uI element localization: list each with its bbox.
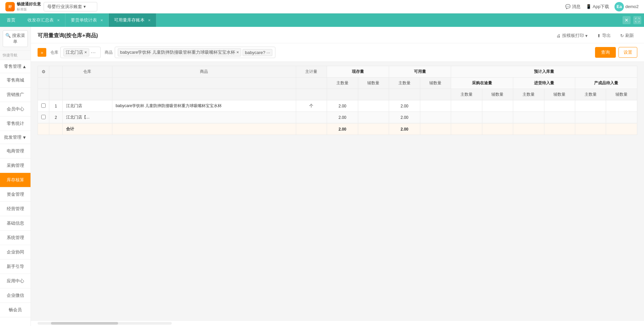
message-icon: 💬 — [565, 4, 571, 9]
search-icon: 🔍 — [5, 33, 12, 38]
unit-sub — [296, 78, 327, 89]
row1-inbound-aux — [544, 100, 575, 112]
warehouse-tag: 江北门店 × — [63, 48, 89, 56]
tab-receipt-summary-label: 收发存汇总表 — [28, 17, 54, 23]
tab-order-stats-label: 要货单统计表 — [71, 17, 97, 23]
sidebar-item-basics[interactable]: 基础信息 — [0, 216, 31, 231]
sidebar-item-inventory[interactable]: 库存核算 — [0, 173, 31, 187]
available-header: 可用量 — [389, 66, 451, 78]
export-btn[interactable]: ⬆ 导出 — [594, 31, 614, 40]
inbound-pending-sub: 进货待入量 — [513, 78, 575, 89]
row1-purchase-main — [451, 100, 482, 112]
main-layout: 🔍 搜索菜单 快捷导航 零售管理 ▲ 零售商城 营销推广 会员中心 零售统计 批… — [0, 27, 644, 326]
print-btn[interactable]: 🖨 按模板打印 ▾ — [553, 31, 591, 40]
printer-icon: 🖨 — [556, 33, 561, 38]
row1-inbound-main — [513, 100, 544, 112]
warehouse-input[interactable]: 江北门店 × ··· — [60, 47, 101, 58]
tab-bar: 首页 收发存汇总表 ✕ 要货单统计表 ✕ 可用量库存账本 ✕ ✕ ⛶ — [0, 13, 644, 27]
tab-home[interactable]: 首页 — [0, 13, 22, 27]
tab-expand-btn[interactable]: ⛶ — [633, 16, 641, 24]
row2-purchase-aux — [482, 112, 513, 124]
tab-order-stats[interactable]: 要货单统计表 ✕ — [65, 13, 109, 27]
sidebar-item-retail-label: 零售管理 — [4, 63, 21, 69]
row1-avail-aux — [420, 100, 451, 112]
settings-col-header[interactable]: ⚙ — [38, 66, 49, 78]
scrollbar-area — [31, 320, 644, 326]
warehouse-more-icon[interactable]: ··· — [91, 49, 96, 56]
row2-product-main — [575, 112, 606, 124]
query-btn[interactable]: 查询 — [595, 47, 616, 58]
sidebar-item-marketing[interactable]: 营销推广 — [0, 88, 31, 102]
warehouse-filter: 仓库 江北门店 × ··· — [50, 47, 101, 58]
tab-order-close-icon[interactable]: ✕ — [100, 18, 103, 22]
filter-actions-right: 查询 设置 — [595, 47, 637, 58]
sidebar-basics-label: 基础信息 — [7, 220, 24, 226]
export-icon: ⬆ — [597, 33, 601, 38]
scrollbar-track[interactable] — [38, 322, 172, 325]
sidebar-item-system[interactable]: 系统管理 — [0, 231, 31, 245]
tab-receipt-summary[interactable]: 收发存汇总表 ✕ — [22, 13, 65, 27]
sidebar-system-label: 系统管理 — [7, 235, 24, 241]
row2-inbound-aux — [544, 112, 575, 124]
sidebar: 🔍 搜索菜单 快捷导航 零售管理 ▲ 零售商城 营销推广 会员中心 零售统计 批… — [0, 27, 31, 326]
sidebar-item-member[interactable]: 会员中心 — [0, 102, 31, 117]
product-tag1: babycare学饮杯 儿童防摔防撞吸管杯重力球吸嘴杯宝宝水杯 × — [118, 48, 241, 56]
industry-label: 母婴行业演示账套 — [47, 4, 82, 10]
tab-home-label: 首页 — [7, 17, 15, 23]
top-bar-left: 好 畅捷通好生意 标准版 母婴行业演示账套 ▾ — [5, 1, 97, 12]
page-header: 可用量查询(按仓库+商品) 🖨 按模板打印 ▾ ⬆ 导出 ↻ 刷新 — [31, 27, 644, 43]
sidebar-marketing-label: 营销推广 — [7, 92, 24, 98]
row1-product: babycare学饮杯 儿童防摔防撞吸管杯重力球吸嘴杯宝宝水杯 — [112, 100, 296, 112]
refresh-btn[interactable]: ↻ 刷新 — [617, 31, 637, 40]
sidebar-item-wholesale[interactable]: 批发管理 ▼ — [0, 131, 31, 144]
filter-expand-btn[interactable]: » — [38, 48, 46, 57]
sidebar-item-retail-mall[interactable]: 零售商城 — [0, 73, 31, 88]
sidebar-item-finance[interactable]: 资金管理 — [0, 187, 31, 202]
row2-num: 2 — [49, 112, 63, 124]
chevron-print-icon: ▾ — [585, 33, 588, 38]
content-area: 可用量查询(按仓库+商品) 🖨 按模板打印 ▾ ⬆ 导出 ↻ 刷新 — [31, 27, 644, 326]
tab-receipt-close-icon[interactable]: ✕ — [57, 18, 60, 22]
sidebar-item-retail-mgmt[interactable]: 零售管理 ▲ — [0, 60, 31, 73]
main-unit-col-header: 主计量 — [296, 66, 327, 78]
table-footer-row: 合计 2.00 2.00 — [38, 123, 637, 135]
sidebar-item-operations[interactable]: 经营管理 — [0, 202, 31, 216]
sidebar-item-purchase[interactable]: 采购管理 — [0, 158, 31, 173]
stock-aux-sub: 辅数量 — [358, 78, 389, 89]
user-item[interactable]: Ea demo2 — [614, 2, 639, 11]
sidebar-item-appcenter[interactable]: 应用中心 — [0, 274, 31, 288]
tab-available-stock[interactable]: 可用量库存账本 ✕ — [109, 13, 156, 27]
row2-avail-main: 2.00 — [389, 112, 420, 124]
tab-close-all-btn[interactable]: ✕ — [623, 16, 631, 24]
chevron-icon: ▲ — [22, 64, 26, 69]
row2-checkbox[interactable] — [38, 112, 49, 124]
sidebar-item-enterprise[interactable]: 企业协同 — [0, 245, 31, 260]
sidebar-item-corpwechat[interactable]: 企业微信 — [0, 288, 31, 303]
row1-unit: 个 — [296, 100, 327, 112]
table-row: 2 江北门店【... 2.00 2.00 — [38, 112, 637, 124]
app-download-item[interactable]: 📱 App下载 — [586, 4, 609, 10]
scrollbar-thumb[interactable] — [51, 322, 118, 325]
row2-purchase-main — [451, 112, 482, 124]
tab-available-stock-label: 可用量库存账本 — [114, 17, 145, 23]
tab-available-close-icon[interactable]: ✕ — [148, 18, 151, 22]
sidebar-nav-label: 快捷导航 — [0, 51, 31, 60]
row1-stock-aux — [358, 100, 389, 112]
sidebar-item-ecommerce[interactable]: 电商管理 — [0, 144, 31, 158]
sidebar-item-retail-stats[interactable]: 零售统计 — [0, 117, 31, 131]
top-bar-right: 💬 消息 📱 App下载 Ea demo2 — [565, 2, 639, 11]
table-row: 1 江北门店 babycare学饮杯 儿童防摔防撞吸管杯重力球吸嘴杯宝宝水杯 个… — [38, 100, 637, 112]
sidebar-newbie-label: 新手引导 — [7, 264, 24, 270]
sidebar-item-newbie[interactable]: 新手引导 — [0, 260, 31, 274]
sidebar-item-member2[interactable]: 畅会员 — [0, 303, 31, 317]
logo-title: 畅捷通好生意 — [17, 1, 41, 7]
setting-btn[interactable]: 设置 — [619, 47, 637, 58]
page-title: 可用量查询(按仓库+商品) — [38, 32, 98, 39]
sidebar-search-btn[interactable]: 🔍 搜索菜单 — [3, 30, 28, 47]
industry-selector[interactable]: 母婴行业演示账套 ▾ — [44, 2, 97, 11]
estimated-inbound-header: 预计入库量 — [451, 66, 637, 78]
row1-checkbox[interactable] — [38, 100, 49, 112]
message-item[interactable]: 💬 消息 — [565, 4, 581, 10]
product-input[interactable]: babycare学饮杯 儿童防摔防撞吸管杯重力球吸嘴杯宝宝水杯 × babyca… — [115, 47, 275, 58]
row1-num: 1 — [49, 100, 63, 112]
